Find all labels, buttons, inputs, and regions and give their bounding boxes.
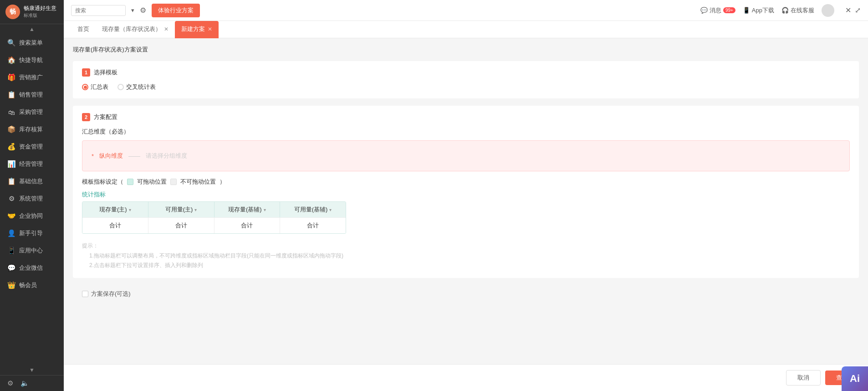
operations-icon: 📊 — [7, 160, 15, 168]
radio-cross-label: 交叉统计表 — [126, 83, 156, 91]
sidebar-item-label: 销售管理 — [19, 91, 43, 99]
stats-col-0-arrow[interactable]: ▾ — [129, 207, 131, 212]
member-icon: 👑 — [7, 281, 15, 289]
sidebar-item-label: 采购管理 — [19, 108, 43, 116]
stats-col-2[interactable]: 现存量(基辅) ▾ — [214, 202, 281, 217]
save-option-bar: 方案保存(可选) — [73, 285, 859, 303]
messages-button[interactable]: 💬 消息 99+ — [700, 6, 735, 15]
app-download-button[interactable]: 📱 App下载 — [743, 6, 774, 15]
topbar: ▾ ⚙ 体验行业方案 💬 消息 99+ 📱 App下载 🎧 在线客服 ✕ ⤢ — [64, 0, 868, 21]
main-area: ▾ ⚙ 体验行业方案 💬 消息 99+ 📱 App下载 🎧 在线客服 ✕ ⤢ — [64, 0, 868, 391]
stats-table-header: 现存量(主) ▾ 可用量(主) ▾ 现存量(基辅) ▾ 可用量(基辅) ▾ — [82, 202, 346, 217]
purchase-icon: 🛍 — [7, 108, 15, 116]
app-download-label: App下载 — [752, 6, 774, 15]
service-button[interactable]: 🎧 在线客服 — [781, 6, 814, 15]
stats-cell-0-0: 合计 — [82, 217, 148, 233]
dimension-required-mark: * — [92, 153, 94, 159]
sidebar-scroll-up[interactable]: ▲ — [0, 24, 64, 34]
sidebar-item-label: 库存核算 — [19, 125, 43, 134]
sidebar-item-wechat[interactable]: 💬 企业微信 — [0, 259, 64, 277]
sidebar-item-quick-nav[interactable]: 🏠 快捷导航 — [0, 51, 64, 69]
user-avatar[interactable] — [822, 4, 834, 17]
indicator-settings-row: 模板指标设定（ 可拖动位置 不可拖动位置 ） — [82, 178, 850, 186]
inventory-tab-label: 现存量（库存状况表） — [102, 25, 161, 33]
topbar-search-area — [71, 5, 126, 16]
sidebar-item-label: 营销推广 — [19, 73, 43, 82]
stats-col-1-label: 可用量(主) — [165, 206, 193, 214]
sidebar-item-search-menu[interactable]: 🔍 搜索菜单 — [0, 34, 64, 51]
section2-header: 2 方案配置 — [82, 113, 850, 121]
expand-button[interactable]: ⤢ — [855, 6, 861, 15]
messages-label: 消息 — [710, 6, 721, 15]
basic-info-icon: 📋 — [7, 177, 15, 185]
app-logo-icon: 畅 — [5, 5, 20, 19]
sidebar-item-label: 搜索菜单 — [19, 39, 43, 47]
topbar-right: 💬 消息 99+ 📱 App下载 🎧 在线客服 ✕ ⤢ — [700, 4, 861, 17]
search-input[interactable] — [71, 5, 126, 16]
sidebar-nav: 🔍 搜索菜单 🏠 快捷导航 🎁 营销推广 📋 销售管理 🛍 采购管理 📦 库存核… — [0, 34, 64, 365]
settings-icon[interactable]: ⚙ — [7, 379, 13, 387]
service-label: 在线客服 — [791, 6, 814, 15]
inventory-tab-close[interactable]: ✕ — [164, 26, 168, 32]
stats-col-1-arrow[interactable]: ▾ — [194, 207, 197, 212]
cta-button[interactable]: 体验行业方案 — [152, 4, 200, 17]
tips-area: 提示： 1.拖动标题栏可以调整布局，不可跨维度或指标区域拖动栏目字段(只能在同一… — [82, 241, 850, 271]
new-plan-tab-close[interactable]: ✕ — [208, 26, 212, 32]
sidebar-item-app-center[interactable]: 📱 应用中心 — [0, 242, 64, 259]
topbar-gear-icon[interactable]: ⚙ — [140, 6, 146, 15]
sidebar-item-guide[interactable]: 👤 新手引导 — [0, 225, 64, 242]
radio-cross-circle — [117, 84, 124, 90]
sidebar-item-finance[interactable]: 💰 资金管理 — [0, 138, 64, 155]
topbar-dropdown-arrow[interactable]: ▾ — [131, 7, 134, 14]
sidebar-item-marketing[interactable]: 🎁 营销推广 — [0, 69, 64, 86]
stats-col-0[interactable]: 现存量(主) ▾ — [82, 202, 148, 217]
save-checkbox-box[interactable] — [82, 291, 88, 297]
close-button[interactable]: ✕ — [845, 6, 851, 15]
section-plan-config: 2 方案配置 汇总维度（必选） * 纵向维度 —— 请选择分组维度 模板指标设定… — [73, 106, 859, 278]
sidebar-item-label: 应用中心 — [19, 247, 43, 255]
home-icon: 🏠 — [7, 56, 15, 64]
tab-new-plan[interactable]: 新建方案 ✕ — [175, 21, 219, 38]
sidebar-item-label: 经营管理 — [19, 160, 43, 168]
sidebar-item-label: 畅会员 — [19, 281, 37, 289]
sidebar-item-basic-info[interactable]: 📋 基础信息 — [0, 173, 64, 190]
sidebar-item-sales[interactable]: 📋 销售管理 — [0, 86, 64, 103]
stats-table: 现存量(主) ▾ 可用量(主) ▾ 现存量(基辅) ▾ 可用量(基辅) ▾ — [82, 201, 346, 234]
stats-col-2-label: 现存量(基辅) — [228, 206, 262, 214]
sidebar-logo: 畅 畅康通好生意 标准版 — [0, 0, 64, 24]
app-icon: 📱 — [743, 7, 750, 14]
sidebar-item-operations[interactable]: 📊 经营管理 — [0, 155, 64, 173]
audio-icon[interactable]: 🔈 — [20, 379, 29, 387]
sidebar-item-member[interactable]: 👑 畅会员 — [0, 277, 64, 294]
sidebar-item-label: 快捷导航 — [19, 56, 43, 64]
step2-label: 方案配置 — [94, 113, 117, 121]
radio-summary-label: 汇总表 — [91, 83, 108, 91]
sidebar-item-purchase[interactable]: 🛍 采购管理 — [0, 103, 64, 121]
inventory-icon: 📦 — [7, 125, 15, 134]
template-radio-group: 汇总表 交叉统计表 — [82, 83, 850, 91]
sidebar-item-label: 新手引导 — [19, 229, 43, 237]
stats-col-3-label: 可用量(基辅) — [294, 206, 328, 214]
dimension-box[interactable]: * 纵向维度 —— 请选择分组维度 — [82, 140, 850, 171]
finance-icon: 💰 — [7, 143, 15, 151]
tab-home[interactable]: 首页 — [71, 21, 96, 38]
sidebar-item-cooperation[interactable]: 🤝 企业协同 — [0, 207, 64, 225]
save-checkbox-label[interactable]: 方案保存(可选) — [82, 290, 131, 298]
radio-cross[interactable]: 交叉统计表 — [117, 83, 156, 91]
radio-summary[interactable]: 汇总表 — [82, 83, 108, 91]
sidebar-item-label: 基础信息 — [19, 177, 43, 185]
sidebar-scroll-down[interactable]: ▼ — [0, 365, 64, 375]
nodrag-legend-box — [170, 179, 177, 185]
stats-col-1[interactable]: 可用量(主) ▾ — [148, 202, 214, 217]
stats-col-2-arrow[interactable]: ▾ — [264, 207, 266, 212]
stats-col-3-arrow[interactable]: ▾ — [329, 207, 332, 212]
section-choose-template: 1 选择模板 汇总表 交叉统计表 — [73, 61, 859, 98]
ai-badge[interactable]: Ai — [842, 366, 868, 391]
tab-inventory[interactable]: 现存量（库存状况表） ✕ — [96, 21, 175, 38]
sidebar-item-system[interactable]: ⚙ 系统管理 — [0, 190, 64, 207]
sidebar: 畅 畅康通好生意 标准版 ▲ 🔍 搜索菜单 🏠 快捷导航 🎁 营销推广 📋 销售… — [0, 0, 64, 391]
sidebar-item-inventory[interactable]: 📦 库存核算 — [0, 121, 64, 138]
indicator-settings-suffix: ） — [220, 178, 225, 186]
cancel-button[interactable]: 取消 — [786, 370, 821, 386]
stats-col-3[interactable]: 可用量(基辅) ▾ — [280, 202, 346, 217]
